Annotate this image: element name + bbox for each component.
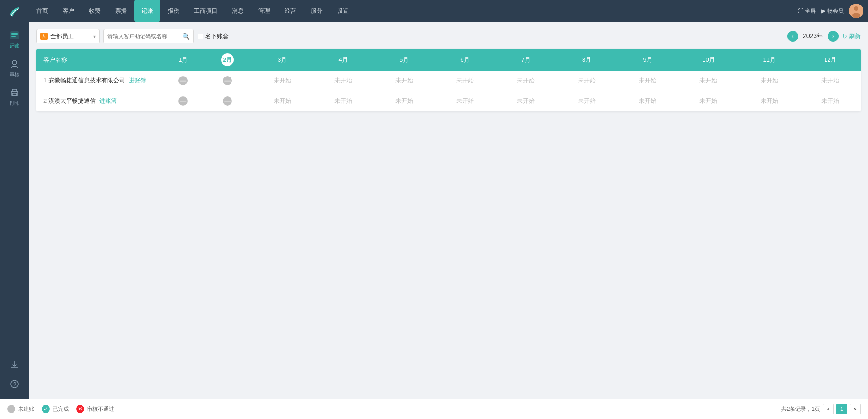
status-not-started: 未开始 [821, 77, 839, 84]
footer: —未建账✓已完成✕审核不通过 共2条记录，1页 < 1 > [0, 399, 868, 419]
month-status-cell: — [203, 71, 252, 91]
col-month-9月: 9月 [617, 49, 678, 71]
accounts-table-container: 客户名称1月2月3月4月5月6月7月8月9月10月11月12月 1安徽畅捷通信息… [36, 49, 861, 111]
vip-button[interactable]: ▶ 畅会员 [821, 7, 844, 15]
next-year-button[interactable]: › [828, 31, 839, 42]
main-layout: 记账 审核 打印 [0, 22, 868, 399]
table-row: 1安徽畅捷通信息技术有限公司进账簿——未开始未开始未开始未开始未开始未开始未开始… [36, 71, 861, 91]
current-page-button[interactable]: 1 [836, 404, 847, 414]
enter-book-link[interactable]: 进账簿 [99, 97, 117, 104]
year-navigation: ‹ 2023年 › [787, 31, 839, 42]
svg-rect-5 [11, 34, 18, 35]
status-not-started: 未开始 [639, 97, 656, 104]
status-not-started: 未开始 [517, 77, 535, 84]
search-input[interactable] [107, 33, 179, 39]
footer-right: 共2条记录，1页 < 1 > [781, 404, 861, 414]
nav-item-记账[interactable]: 记账 [134, 0, 160, 22]
customer-name-cell: 1安徽畅捷通信息技术有限公司进账簿 [36, 71, 163, 91]
prev-year-button[interactable]: ‹ [787, 31, 798, 42]
nav-item-经营[interactable]: 经营 [277, 0, 304, 22]
next-page-button[interactable]: > [850, 404, 861, 414]
legend-label: 未建账 [18, 405, 34, 413]
svg-point-7 [12, 60, 17, 65]
print-icon [8, 87, 21, 98]
month-status-cell: 未开始 [678, 91, 739, 111]
month-status-cell: 未开始 [556, 71, 617, 91]
sidebar-item-audit[interactable]: 审核 [0, 54, 29, 82]
legend-item-已完成: ✓已完成 [42, 405, 69, 413]
sidebar-item-print[interactable]: 打印 [0, 82, 29, 111]
month-status-cell: — [163, 91, 203, 111]
col-month-12月: 12月 [800, 49, 861, 71]
month-status-cell: 未开始 [556, 91, 617, 111]
nav-item-客户[interactable]: 客户 [55, 0, 82, 22]
month-status-cell: 未开始 [800, 91, 861, 111]
status-not-started: 未开始 [395, 77, 413, 84]
refresh-label: 刷新 [849, 32, 861, 40]
my-accounts-checkbox-wrap[interactable]: 名下账套 [198, 32, 229, 40]
status-not-started: 未开始 [821, 97, 839, 104]
status-not-started: 未开始 [456, 77, 474, 84]
status-not-started: 未开始 [761, 77, 778, 84]
table-body: 1安徽畅捷通信息技术有限公司进账簿——未开始未开始未开始未开始未开始未开始未开始… [36, 71, 861, 111]
nav-item-报税[interactable]: 报税 [160, 0, 187, 22]
status-not-started: 未开始 [699, 97, 717, 104]
enter-book-link[interactable]: 进账簿 [129, 77, 146, 84]
dropdown-arrow-icon: ▾ [93, 34, 96, 39]
search-icon[interactable]: 🔍 [182, 33, 190, 40]
legend-dot: — [7, 405, 15, 413]
accounts-table: 客户名称1月2月3月4月5月6月7月8月9月10月11月12月 1安徽畅捷通信息… [36, 49, 861, 111]
nav-item-消息[interactable]: 消息 [225, 0, 251, 22]
nav-item-收费[interactable]: 收费 [82, 0, 108, 22]
status-dash-icon: — [178, 76, 188, 85]
month-status-cell: 未开始 [496, 91, 556, 111]
fullscreen-icon: ⛶ [798, 8, 803, 14]
employee-icon: 人 [40, 33, 48, 40]
nav-item-工商项目[interactable]: 工商项目 [187, 0, 225, 22]
refresh-button[interactable]: ↻ 刷新 [842, 32, 861, 40]
refresh-icon: ↻ [842, 33, 847, 40]
sidebar-item-download[interactable] [0, 354, 29, 374]
col-month-11月: 11月 [739, 49, 800, 71]
customer-name-cell: 2漠澳太平畅捷通信进账簿 [36, 91, 163, 111]
month-status-cell: 未开始 [617, 91, 678, 111]
svg-point-2 [852, 13, 860, 18]
month-status-cell: — [203, 91, 252, 111]
legend-label: 审核不通过 [87, 405, 114, 413]
status-not-started: 未开始 [578, 77, 596, 84]
col-month-7月: 7月 [496, 49, 556, 71]
status-not-started: 未开始 [456, 97, 474, 104]
status-not-started: 未开始 [761, 97, 778, 104]
month-status-cell: 未开始 [313, 71, 373, 91]
legend-item-未建账: —未建账 [7, 405, 34, 413]
status-dash-icon: — [223, 96, 232, 106]
col-month-3月: 3月 [252, 49, 313, 71]
content-area: 人 全部员工 ▾ 🔍 名下账套 ‹ 2023年 › ↻ 刷新 [29, 22, 868, 399]
month-status-cell: 未开始 [434, 71, 495, 91]
svg-rect-9 [12, 89, 17, 92]
nav-item-管理[interactable]: 管理 [251, 0, 277, 22]
nav-item-票据[interactable]: 票据 [108, 0, 134, 22]
status-dash-icon: — [178, 96, 188, 106]
month-status-cell: — [163, 71, 203, 91]
svg-rect-10 [12, 93, 17, 96]
vip-label: 畅会员 [827, 7, 844, 15]
nav-item-首页[interactable]: 首页 [29, 0, 55, 22]
month-status-cell: 未开始 [374, 71, 434, 91]
nav-item-设置[interactable]: 设置 [330, 0, 356, 22]
customer-name: 漠澳太平畅捷通信 [48, 97, 96, 104]
my-accounts-checkbox[interactable] [198, 34, 203, 39]
customer-name: 安徽畅捷通信息技术有限公司 [48, 77, 125, 84]
nav-item-服务[interactable]: 服务 [304, 0, 330, 22]
col-month-8月: 8月 [556, 49, 617, 71]
month-status-cell: 未开始 [678, 71, 739, 91]
prev-page-button[interactable]: < [823, 404, 834, 414]
status-not-started: 未开始 [639, 77, 656, 84]
sidebar-item-help[interactable]: ? [0, 374, 29, 394]
fullscreen-button[interactable]: ⛶ 全屏 [798, 7, 816, 15]
employee-select[interactable]: 人 全部员工 ▾ [36, 29, 100, 43]
user-avatar[interactable] [849, 4, 863, 18]
sidebar-item-ledger[interactable]: 记账 [0, 25, 29, 54]
sidebar-bottom: ? [0, 354, 29, 399]
legend-dot: ✕ [76, 405, 84, 413]
